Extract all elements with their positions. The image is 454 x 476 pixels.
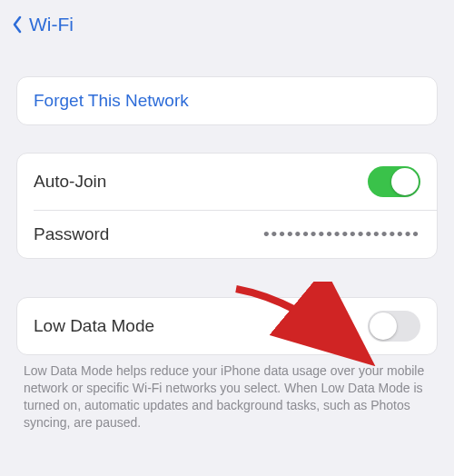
- low-data-mode-row: Low Data Mode: [17, 298, 437, 354]
- auto-join-toggle[interactable]: [368, 166, 420, 197]
- toggle-knob: [370, 312, 397, 340]
- password-value: ••••••••••••••••••••: [109, 224, 420, 244]
- auto-join-label: Auto-Join: [34, 172, 106, 192]
- password-label: Password: [34, 224, 109, 244]
- forget-network-button[interactable]: Forget This Network: [17, 77, 437, 124]
- auto-join-row: Auto-Join: [17, 154, 437, 210]
- chevron-left-icon: [9, 13, 25, 36]
- low-data-mode-card: Low Data Mode: [16, 297, 438, 355]
- password-row[interactable]: Password ••••••••••••••••••••: [17, 211, 437, 258]
- low-data-mode-description: Low Data Mode helps reduce your iPhone d…: [0, 355, 454, 431]
- forget-network-card: Forget This Network: [16, 76, 438, 125]
- toggle-knob: [391, 168, 419, 195]
- forget-network-label: Forget This Network: [34, 91, 189, 111]
- nav-back[interactable]: Wi-Fi: [0, 0, 454, 44]
- connection-settings-card: Auto-Join Password ••••••••••••••••••••: [16, 153, 438, 259]
- nav-back-label: Wi-Fi: [29, 14, 74, 35]
- low-data-mode-toggle[interactable]: [368, 311, 420, 342]
- low-data-mode-label: Low Data Mode: [34, 316, 154, 336]
